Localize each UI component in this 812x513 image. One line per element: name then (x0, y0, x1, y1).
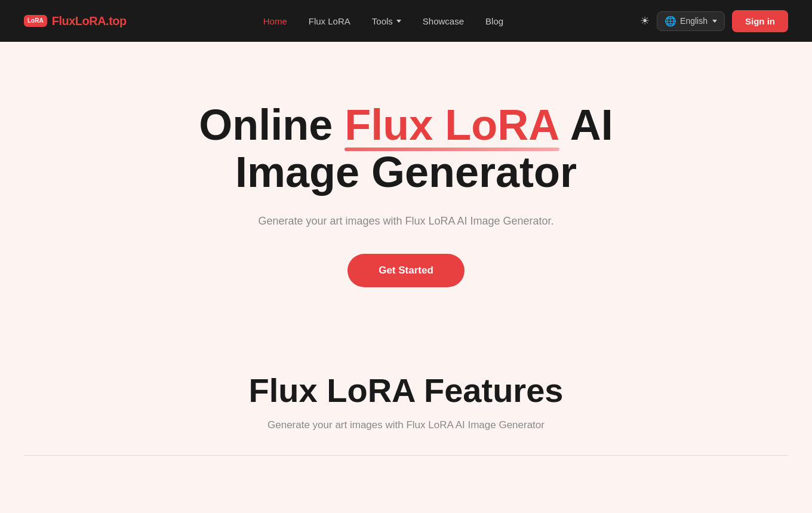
navbar: LoRA FluxLoRA.top Home Flux LoRA Tools S… (0, 0, 812, 42)
hero-section: Online Flux LoRA AI Image Generator Gene… (0, 42, 812, 335)
logo-brand: FluxLoRA (52, 14, 106, 27)
sign-in-button[interactable]: Sign in (732, 10, 788, 32)
navbar-nav: Home Flux LoRA Tools Showcase Blog (263, 16, 503, 26)
navbar-actions: ☀ 🌐 English Sign in (640, 10, 788, 32)
features-section: Flux LoRA Features Generate your art ima… (0, 335, 812, 480)
features-title: Flux LoRA Features (24, 371, 788, 410)
section-divider (24, 455, 788, 456)
chevron-down-icon (712, 20, 717, 23)
logo-badge: LoRA (24, 15, 47, 27)
hero-title-highlight: Flux LoRA (345, 102, 559, 149)
sun-icon: ☀ (640, 14, 650, 27)
navbar-logo-area: LoRA FluxLoRA.top (24, 14, 127, 28)
globe-icon: 🌐 (665, 16, 676, 27)
hero-title: Online Flux LoRA AI Image Generator (137, 102, 675, 196)
logo-text: FluxLoRA.top (52, 14, 127, 28)
nav-home[interactable]: Home (263, 16, 287, 26)
features-subtitle: Generate your art images with Flux LoRA … (24, 419, 788, 431)
hero-title-part1: Online (199, 101, 345, 149)
hero-subtitle: Generate your art images with Flux LoRA … (258, 213, 553, 230)
nav-blog[interactable]: Blog (485, 16, 503, 26)
nav-tools-label: Tools (372, 16, 393, 26)
nav-showcase[interactable]: Showcase (423, 16, 464, 26)
get-started-button[interactable]: Get Started (347, 254, 465, 287)
language-label: English (680, 16, 708, 26)
nav-tools[interactable]: Tools (372, 16, 401, 26)
nav-flux-lora[interactable]: Flux LoRA (309, 16, 350, 26)
theme-toggle-button[interactable]: ☀ (640, 14, 650, 27)
language-selector-button[interactable]: 🌐 English (657, 11, 725, 31)
chevron-down-icon (396, 20, 401, 23)
logo-tld: .top (106, 14, 127, 27)
